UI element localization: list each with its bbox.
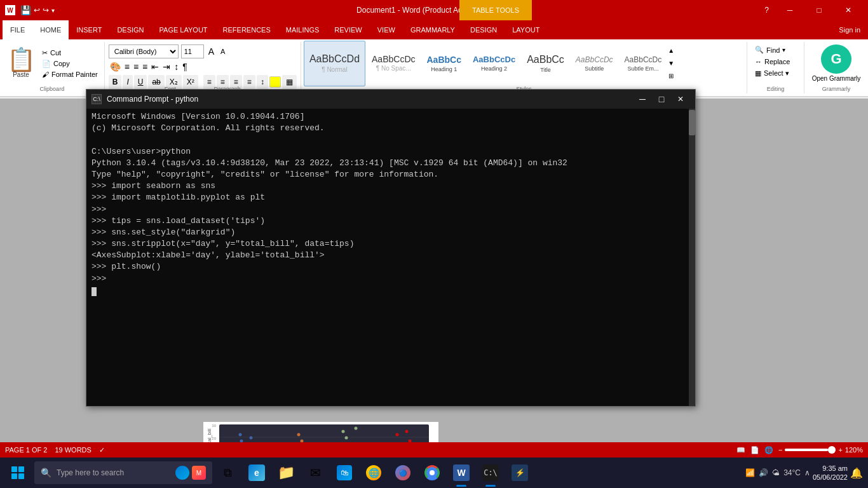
tab-home[interactable]: HOME xyxy=(32,20,69,39)
styles-scroll[interactable]: ▲ ▼ ⊞ xyxy=(667,44,675,83)
zoom-in-icon[interactable]: + xyxy=(838,446,842,454)
tab-layout[interactable]: LAYOUT xyxy=(505,20,547,39)
taskbar-app-mail[interactable]: ✉ xyxy=(301,458,329,488)
select-button[interactable]: ▦ Select ▾ xyxy=(752,68,799,79)
cut-action[interactable]: ✂ Cut xyxy=(41,48,99,58)
svg-point-17 xyxy=(342,430,345,433)
tab-review[interactable]: REVIEW xyxy=(327,20,369,39)
style-heading2[interactable]: AaBbCcDc Heading 2 xyxy=(468,41,520,86)
taskbar-clock[interactable]: 9:35 am 05/06/2022 xyxy=(813,464,848,482)
cmd-content[interactable]: Microsoft Windows [Version 10.0.19044.17… xyxy=(86,109,689,406)
read-mode-icon[interactable]: 📖 xyxy=(736,446,745,454)
tab-design[interactable]: DESIGN xyxy=(109,20,151,39)
font-family-select[interactable]: Calibri (Body) xyxy=(109,44,179,58)
tab-view[interactable]: VIEW xyxy=(370,20,403,39)
taskbar-app-files[interactable]: 📁 xyxy=(272,458,300,488)
format-painter-action[interactable]: 🖌 Format Painter xyxy=(41,70,99,79)
styles-scroll-up[interactable]: ▲ xyxy=(667,44,675,57)
style-subtle-em[interactable]: AaBbCcDc Subtle Em... xyxy=(620,41,667,86)
find-button[interactable]: 🔍 Find ▾ xyxy=(752,44,799,55)
proofing-icon[interactable]: ✓ xyxy=(99,446,105,454)
close-button[interactable]: ✕ xyxy=(834,0,863,20)
copy-action[interactable]: 📄 Copy xyxy=(41,59,99,69)
sort-icon[interactable]: ↕ xyxy=(173,60,180,73)
zoom-level[interactable]: 120% xyxy=(845,446,863,454)
style-subtitle[interactable]: AaBbCcDc Subtitle xyxy=(571,41,618,86)
styles-scroll-down[interactable]: ▼ xyxy=(667,57,675,70)
multilevel-list-icon[interactable]: ≡ xyxy=(141,60,149,73)
font-grow-button[interactable]: A xyxy=(207,44,216,58)
save-icon[interactable]: 💾 xyxy=(20,5,31,15)
paste-button[interactable]: 📋 Paste xyxy=(5,46,37,81)
search-placeholder: Type here to search xyxy=(57,468,124,477)
maximize-button[interactable]: □ xyxy=(804,0,834,20)
notification-icon[interactable]: 🔔 xyxy=(850,467,863,479)
taskbar-app-perf[interactable]: ⚡ xyxy=(506,458,534,488)
font-shrink-button[interactable]: A xyxy=(219,44,227,58)
taskbar-app-cmd[interactable]: C:\ xyxy=(477,458,505,488)
cmd-line-6: >>> import seaborn as sns xyxy=(92,180,684,192)
numbered-list-icon[interactable]: ≡ xyxy=(132,60,140,73)
sign-in-button[interactable]: Sign in xyxy=(831,24,868,36)
start-button[interactable] xyxy=(3,458,33,488)
taskbar-app-browser2[interactable]: 🔵 xyxy=(389,458,417,488)
tab-insert[interactable]: INSERT xyxy=(69,20,109,39)
cmd-window: C:\ Command Prompt - python ─ □ ✕ Micros… xyxy=(86,89,696,407)
ribbon-tab-bar: FILE HOME INSERT DESIGN PAGE LAYOUT REFE… xyxy=(0,20,868,39)
bullets-icon[interactable]: ≡ xyxy=(123,60,131,73)
volume-icon[interactable]: 🔊 xyxy=(759,468,768,477)
help-icon[interactable]: ? xyxy=(758,0,775,20)
styles-gallery: AaBbCcDd ¶ Normal AaBbCcDc ¶ No Spac... … xyxy=(304,41,667,86)
print-layout-icon[interactable]: 📄 xyxy=(750,446,759,454)
style-normal[interactable]: AaBbCcDd ¶ Normal xyxy=(304,41,365,86)
tab-references[interactable]: REFERENCES xyxy=(215,20,278,39)
editing-group: 🔍 Find ▾ ↔ Replace ▦ Select ▾ Editing xyxy=(747,42,804,93)
open-grammarly-button[interactable]: G xyxy=(821,44,851,74)
tab-grammarly[interactable]: GRAMMARLY xyxy=(403,20,463,39)
font-size-input[interactable] xyxy=(181,44,204,58)
tab-page-layout[interactable]: PAGE LAYOUT xyxy=(152,20,215,39)
style-no-space[interactable]: AaBbCcDc ¶ No Spac... xyxy=(367,41,420,86)
status-bar: PAGE 1 OF 2 19 WORDS ✓ 📖 📄 🌐 − + 120% xyxy=(0,442,868,458)
styles-more[interactable]: ⊞ xyxy=(667,70,675,83)
find-icon: 🔍 xyxy=(755,46,764,54)
taskbar-app-chrome[interactable] xyxy=(418,458,446,488)
font-color-picker-icon[interactable]: 🎨 xyxy=(109,60,122,73)
zoom-out-icon[interactable]: − xyxy=(778,446,782,454)
search-bar[interactable]: 🔍 Type here to search M xyxy=(34,461,212,484)
decrease-indent-icon[interactable]: ⇤ xyxy=(150,60,160,73)
taskbar-app-word[interactable]: W xyxy=(447,458,475,488)
ribbon: FILE HOME INSERT DESIGN PAGE LAYOUT REFE… xyxy=(0,20,868,97)
undo-icon[interactable]: ↩ xyxy=(34,6,40,15)
style-heading1[interactable]: AaBbCc Heading 1 xyxy=(422,41,466,86)
taskbar-app-store[interactable]: 🛍 xyxy=(330,458,358,488)
cmd-maximize-button[interactable]: □ xyxy=(652,90,671,109)
grammarly-open-label[interactable]: Open Grammarly xyxy=(812,75,861,82)
cmd-close-button[interactable]: ✕ xyxy=(671,90,690,109)
cmd-scrollbar[interactable] xyxy=(689,109,695,406)
tab-mailings[interactable]: MAILINGS xyxy=(278,20,327,39)
increase-indent-icon[interactable]: ⇥ xyxy=(161,60,172,73)
zoom-thumb[interactable] xyxy=(828,446,836,454)
cmd-line-2: (c) Microsoft Corporation. All rights re… xyxy=(92,123,684,134)
taskbar-app-edge[interactable]: e xyxy=(243,458,271,488)
zoom-slider[interactable]: − + 120% xyxy=(778,446,863,454)
web-layout-icon[interactable]: 🌐 xyxy=(764,446,773,454)
paragraph-marks-icon[interactable]: ¶ xyxy=(181,60,189,73)
taskbar-app-browser1[interactable]: 🌐 xyxy=(360,458,388,488)
tab-file[interactable]: FILE xyxy=(3,20,32,39)
customize-icon[interactable]: ▾ xyxy=(51,7,55,14)
zoom-track[interactable] xyxy=(785,449,836,451)
zoom-fill xyxy=(785,449,828,451)
network-icon[interactable]: 📶 xyxy=(745,468,755,477)
search-icon: 🔍 xyxy=(41,468,51,478)
tab-table-design[interactable]: DESIGN xyxy=(463,20,505,39)
cmd-minimize-button[interactable]: ─ xyxy=(633,90,652,109)
style-title[interactable]: AaBbCc Title xyxy=(522,41,569,86)
redo-icon[interactable]: ↪ xyxy=(43,6,49,15)
chevron-up-icon[interactable]: ∧ xyxy=(804,468,810,477)
taskbar-app-task-view[interactable]: ⧉ xyxy=(214,458,241,488)
minimize-button[interactable]: ─ xyxy=(775,0,804,20)
cmd-scrollbar-thumb[interactable] xyxy=(689,110,695,135)
replace-button[interactable]: ↔ Replace xyxy=(752,57,799,67)
